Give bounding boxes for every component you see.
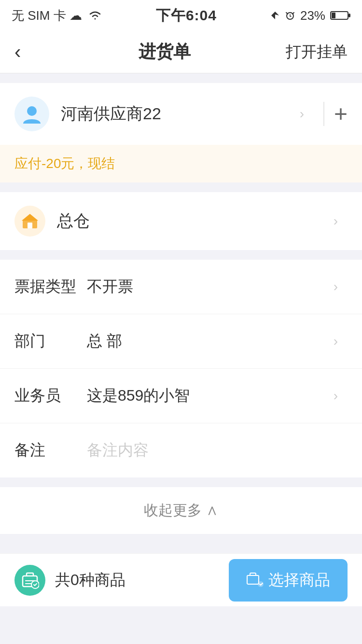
wifi-icon (88, 10, 102, 21)
svg-rect-3 (348, 14, 350, 17)
supplier-chevron-icon: › (300, 106, 304, 122)
section-divider-4 (0, 534, 362, 544)
section-divider-2 (0, 182, 362, 192)
alarm-icon (285, 10, 295, 21)
product-count-text: 共0种商品 (55, 570, 229, 591)
nav-bar: ‹ 进货单 打开挂单 (0, 31, 362, 73)
back-icon: ‹ (14, 41, 21, 62)
warehouse-row[interactable]: 总仓 › (0, 192, 362, 250)
supplier-avatar (14, 97, 49, 131)
rest-area (0, 606, 362, 644)
svg-marker-6 (22, 214, 38, 221)
remark-input[interactable]: 备注内容 (87, 440, 348, 461)
warehouse-section: 总仓 › (0, 192, 362, 250)
collapse-row[interactable]: 收起更多 ∧ (0, 487, 362, 534)
sim-status: 无 SIM 卡 ☁ (12, 7, 82, 24)
status-bar: 无 SIM 卡 ☁ 下午6:04 23% (0, 0, 362, 31)
status-right: 23% (270, 8, 350, 23)
remark-row[interactable]: 备注 备注内容 (0, 423, 362, 477)
invoice-row[interactable]: 票据类型 不开票 › (0, 260, 362, 314)
bottom-toolbar: 共0种商品 选择商品 (0, 553, 362, 606)
dept-row[interactable]: 部门 总 部 › (0, 314, 362, 369)
dept-label: 部门 (14, 331, 77, 352)
vertical-divider (323, 102, 324, 126)
salesman-label: 业务员 (14, 385, 77, 406)
section-divider-1 (0, 73, 362, 83)
svg-rect-10 (247, 575, 259, 584)
dept-value: 总 部 (87, 331, 334, 352)
svg-point-4 (27, 106, 37, 116)
remark-label: 备注 (14, 440, 77, 461)
salesman-row[interactable]: 业务员 这是859的小智 › (0, 369, 362, 423)
battery-percent: 23% (300, 8, 325, 23)
dept-chevron-icon: › (334, 334, 338, 349)
collapse-label: 收起更多 ∧ (144, 501, 218, 520)
location-icon (270, 11, 280, 20)
notice-bar: 应付-20元，现结 (0, 145, 362, 182)
warehouse-name: 总仓 (57, 210, 334, 232)
supplier-section: 河南供应商22 › + 应付-20元，现结 (0, 83, 362, 182)
invoice-value: 不开票 (87, 276, 334, 297)
salesman-value: 这是859的小智 (87, 385, 334, 406)
invoice-chevron-icon: › (334, 279, 338, 294)
cart-icon (246, 572, 264, 589)
supplier-row[interactable]: 河南供应商22 › + (0, 83, 362, 145)
warehouse-chevron-icon: › (334, 213, 338, 229)
add-button[interactable]: + (334, 102, 348, 126)
select-product-button[interactable]: 选择商品 (229, 559, 348, 602)
form-section: 票据类型 不开票 › 部门 总 部 › 业务员 这是859的小智 › 备注 备注… (0, 260, 362, 477)
svg-rect-2 (332, 13, 335, 18)
status-time: 下午6:04 (156, 6, 217, 26)
page-title: 进货单 (139, 40, 191, 64)
salesman-chevron-icon: › (334, 388, 338, 404)
product-count-icon (14, 565, 45, 596)
svg-rect-7 (28, 223, 32, 228)
status-left: 无 SIM 卡 ☁ (12, 7, 102, 24)
battery-icon (330, 10, 350, 21)
select-product-label: 选择商品 (268, 570, 330, 591)
back-button[interactable]: ‹ (14, 41, 43, 63)
supplier-name: 河南供应商22 (61, 103, 300, 125)
warehouse-icon (14, 206, 45, 237)
invoice-label: 票据类型 (14, 276, 77, 297)
open-pending-button[interactable]: 打开挂单 (286, 42, 348, 63)
section-divider-3 (0, 477, 362, 487)
svg-point-11 (258, 581, 264, 587)
